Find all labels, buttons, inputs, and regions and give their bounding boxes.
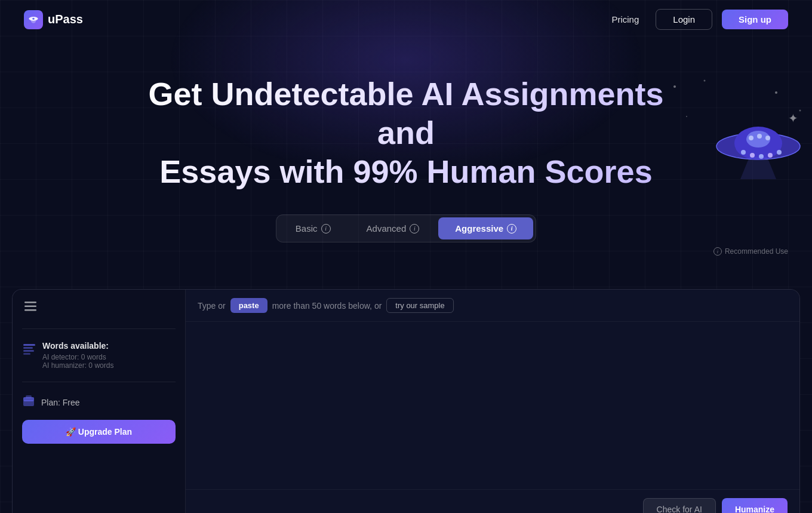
sidebar-divider-2 xyxy=(22,382,176,382)
mode-tabs: Basic i Advanced i Aggressive i xyxy=(276,214,536,242)
words-icon xyxy=(22,342,36,360)
svg-point-17 xyxy=(759,154,764,159)
svg-rect-27 xyxy=(23,353,30,355)
tab-aggressive[interactable]: Aggressive i xyxy=(438,217,533,239)
navbar: uPass Pricing Login Sign up xyxy=(0,0,812,39)
sidebar-menu-icon[interactable] xyxy=(22,299,176,317)
svg-rect-24 xyxy=(23,344,35,346)
svg-text:✦: ✦ xyxy=(788,112,798,125)
editor-area: Type or paste more than 50 words below, … xyxy=(186,290,799,513)
svg-point-4 xyxy=(704,80,706,82)
svg-rect-23 xyxy=(24,309,36,311)
svg-rect-21 xyxy=(24,302,36,303)
svg-point-14 xyxy=(765,136,770,140)
sidebar-divider-1 xyxy=(22,328,176,329)
svg-rect-25 xyxy=(23,347,33,349)
hero-section: ✦ Get Undetectable AI Assignments and Es… xyxy=(0,39,812,289)
editor-prompt-text: Type or xyxy=(198,301,226,311)
tab-basic[interactable]: Basic i xyxy=(279,217,347,239)
svg-point-16 xyxy=(750,153,755,158)
plan-label: Plan: Free xyxy=(41,398,80,407)
sample-button[interactable]: try our sample xyxy=(386,298,453,313)
svg-point-6 xyxy=(799,110,801,112)
ufo-illustration: ✦ xyxy=(657,75,812,194)
svg-point-2 xyxy=(32,17,34,19)
editor-toolbar: Type or paste more than 50 words below, … xyxy=(186,290,799,322)
editor-more-text: more than 50 words below, or xyxy=(272,301,382,311)
svg-point-9 xyxy=(716,133,800,159)
advanced-info-icon: i xyxy=(410,224,419,234)
paste-button[interactable]: paste xyxy=(230,298,267,313)
plan-icon xyxy=(22,394,35,410)
svg-rect-30 xyxy=(26,395,32,398)
words-section: Words available: AI detector: 0 words AI… xyxy=(22,341,176,370)
recommended-label: i Recommended Use xyxy=(12,247,800,256)
pricing-nav-button[interactable]: Pricing xyxy=(604,10,646,29)
svg-rect-26 xyxy=(23,350,34,352)
editor-footer: Check for AI Humanize xyxy=(186,489,799,513)
login-button[interactable]: Login xyxy=(656,9,712,30)
svg-point-15 xyxy=(741,150,746,155)
ai-humanizer-detail: AI humanizer: 0 words xyxy=(42,361,113,370)
nav-right: Pricing Login Sign up xyxy=(604,9,788,30)
check-for-ai-button[interactable]: Check for AI xyxy=(643,498,716,513)
svg-point-19 xyxy=(777,150,782,155)
tab-advanced[interactable]: Advanced i xyxy=(350,217,436,239)
svg-point-18 xyxy=(768,153,773,158)
logo[interactable]: uPass xyxy=(24,10,83,29)
svg-rect-22 xyxy=(24,306,36,308)
aggressive-info-icon: i xyxy=(507,224,516,234)
upgrade-plan-button[interactable]: 🚀 Upgrade Plan xyxy=(22,420,176,444)
svg-marker-20 xyxy=(740,157,776,179)
words-available-title: Words available: xyxy=(42,341,113,351)
sidebar: Words available: AI detector: 0 words AI… xyxy=(13,290,186,513)
ai-detector-detail: AI detector: 0 words xyxy=(42,353,113,361)
svg-point-13 xyxy=(757,134,762,139)
basic-info-icon: i xyxy=(321,224,331,234)
editor-body[interactable] xyxy=(186,322,799,489)
svg-point-10 xyxy=(734,127,782,160)
svg-point-5 xyxy=(775,91,777,94)
humanize-button[interactable]: Humanize xyxy=(722,498,788,513)
svg-point-12 xyxy=(749,136,753,140)
logo-text: uPass xyxy=(48,13,83,26)
recommended-info-icon: i xyxy=(713,247,722,256)
svg-point-7 xyxy=(686,116,687,117)
main-panel: Words available: AI detector: 0 words AI… xyxy=(12,289,800,513)
svg-point-11 xyxy=(746,131,770,148)
plan-section: Plan: Free xyxy=(22,394,176,410)
hero-title: Get Undetectable AI Assignments and Essa… xyxy=(137,75,675,191)
logo-icon xyxy=(24,10,43,29)
signup-button[interactable]: Sign up xyxy=(722,10,788,29)
